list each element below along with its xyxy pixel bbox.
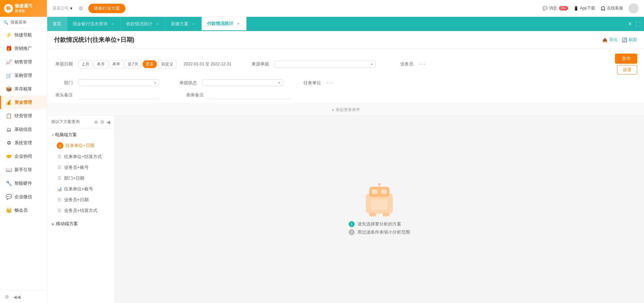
active-indicator: ◎	[57, 142, 63, 149]
dept-select[interactable]: ▾	[78, 79, 159, 86]
scheme-item-partner-date[interactable]: ◎ 往来单位+日期	[47, 140, 114, 151]
staff-selector-btn[interactable]: ···	[419, 61, 426, 68]
page-header-actions: 📤 导出 🔄 刷新	[602, 37, 637, 43]
close-all-tabs-icon[interactable]: ✕	[628, 21, 632, 27]
tab-payment-close[interactable]: ×	[236, 21, 241, 26]
company-dropdown-icon: ▾	[70, 6, 72, 11]
inventory-label: 库存核算	[14, 86, 32, 92]
sidebar-item-cooperation[interactable]: 🤝 企业协同	[0, 150, 47, 163]
online-service-btn[interactable]: 🎧 在线客服	[601, 5, 623, 11]
sidebar-item-basic[interactable]: 🗂 基础信息	[0, 123, 47, 136]
app-logo: 畅 畅捷通巧 标准版	[0, 0, 47, 17]
trial-industry-btn[interactable]: 体验行业方案	[88, 4, 125, 13]
tab-newplan-close[interactable]: ×	[191, 22, 196, 26]
mobile-group-title[interactable]: ▶ 移动端方案	[47, 219, 114, 229]
date-btn-this-year[interactable]: 本年	[109, 60, 123, 68]
tab-receipt[interactable]: 收款情况统计 ×	[121, 17, 166, 31]
app-download-label: App下载	[580, 5, 595, 11]
date-btn-last-month[interactable]: 上月	[78, 60, 92, 68]
search-menu-item[interactable]: 🔍 搜索菜单	[0, 17, 47, 28]
sidebar-item-operations[interactable]: 📋 经营管理	[0, 109, 47, 123]
empty-state: 1 请先选择要分析的方案 2 用过滤条件来缩小分析范围	[115, 116, 644, 303]
export-btn[interactable]: 📤 导出	[602, 37, 618, 43]
date-label: 单据日期	[54, 61, 73, 67]
topbar-settings-icon[interactable]: ⚙	[79, 5, 83, 11]
tab-receipt-close[interactable]: ×	[155, 22, 160, 26]
sidebar-item-purchase[interactable]: 🛒 采购管理	[0, 69, 47, 82]
partner-selector-btn[interactable]: ···	[326, 79, 333, 86]
topbar: 某某公司 ▾ ⚙ 体验行业方案 💬 消息 99+ 📱 App下载 🎧 在线客服	[47, 0, 644, 17]
main-area: 某某公司 ▾ ⚙ 体验行业方案 💬 消息 99+ 📱 App下载 🎧 在线客服 …	[47, 0, 644, 303]
sidebar-item-finance[interactable]: 💰 资金管理	[0, 96, 47, 109]
step-1-text: 请先选择要分析的方案	[357, 221, 401, 227]
pc-group-title[interactable]: ▾ 电脑端方案	[47, 130, 114, 140]
scheme-item-dept-date[interactable]: ☰ 部门+日期	[47, 173, 114, 184]
date-btn-this-month[interactable]: 本月	[94, 60, 108, 68]
header-remark-input[interactable]	[78, 91, 159, 99]
collapse-panel-icon[interactable]: ◀	[107, 119, 110, 125]
search-icon: 🔍	[3, 20, 8, 25]
online-service-label: 在线客服	[607, 5, 623, 11]
sidebar-item-quicknav[interactable]: ⚡ 快捷导航	[0, 28, 47, 42]
tab-cashflow-close[interactable]: ×	[110, 22, 115, 26]
sidebar-item-inventory[interactable]: 📦 库存核算	[0, 82, 47, 96]
company-name: 某某公司	[53, 5, 69, 11]
tabbar: 首页 现金银行流水查询 × 收款情况统计 × 新建方案 × 付款情况统计 × ✕…	[47, 17, 644, 31]
date-btn-more[interactable]: 更多	[143, 60, 157, 68]
system-icon: ⚙	[6, 140, 12, 146]
refresh-btn[interactable]: 🔄 刷新	[622, 37, 637, 43]
member-icon: 👑	[6, 207, 12, 213]
scheme-icon-partner-settle: ☰	[57, 154, 62, 159]
scheme-item-staff-settle[interactable]: ☰ 业务员+结算方式	[47, 205, 114, 216]
sidebar-item-weixin[interactable]: 💬 企业微信	[0, 190, 47, 204]
sidebar-item-hardware[interactable]: 🔧 智能硬件	[0, 177, 47, 190]
scheme-item-staff-account[interactable]: ☰ 业务员+账号	[47, 162, 114, 173]
tab-cashflow[interactable]: 现金银行流水查询 ×	[67, 17, 121, 31]
collapse-btn[interactable]: ∧ 收起更多条件	[331, 107, 360, 113]
company-selector[interactable]: 某某公司 ▾	[53, 5, 72, 11]
tab-newplan[interactable]: 新建方案 ×	[166, 17, 202, 31]
tab-payment[interactable]: 付款情况统计 ×	[202, 17, 246, 31]
filter-row-2: 部门 ▾ 单据状态 ▾ 往来单位 ···	[54, 79, 637, 86]
purchase-icon: 🛒	[6, 72, 12, 79]
header-remark-label: 表头备注	[54, 92, 73, 98]
scheme-settings-icon[interactable]: ⚙	[100, 119, 105, 125]
sidebar-item-guide[interactable]: 📖 新手引导	[0, 163, 47, 177]
basic-label: 基础信息	[14, 126, 32, 132]
status-select[interactable]: ▾	[202, 79, 283, 86]
date-btn-custom[interactable]: 自定义	[158, 60, 176, 68]
scheme-item-staff-date[interactable]: ☰ 业务员+日期	[47, 194, 114, 205]
sidebar-item-member[interactable]: 👑 畅会员	[0, 204, 47, 217]
scheme-item-partner-account[interactable]: 📊 往来单位+账号	[47, 184, 114, 194]
svg-rect-5	[369, 213, 376, 216]
scheme-icon-partner-account: 📊	[57, 186, 62, 192]
body-remark-input[interactable]	[209, 91, 290, 99]
add-scheme-icon[interactable]: ⊕	[94, 119, 98, 125]
source-label: 来源单据	[250, 61, 269, 67]
sidebar-item-system[interactable]: ⚙ 系统管理	[0, 136, 47, 150]
query-btn[interactable]: 查询	[615, 54, 637, 64]
app-download-btn[interactable]: 📱 App下载	[574, 5, 595, 11]
tab-newplan-label: 新建方案	[171, 21, 188, 27]
messages-btn[interactable]: 💬 消息 99+	[543, 5, 568, 11]
messages-label: 消息	[549, 5, 557, 11]
sidebar-item-marketing[interactable]: 🎁 营销推广	[0, 42, 47, 55]
cooperation-icon: 🤝	[6, 153, 12, 159]
tab-cashflow-label: 现金银行流水查询	[72, 21, 108, 27]
marketing-label: 营销推广	[14, 46, 32, 52]
source-select[interactable]: ▾	[274, 61, 376, 68]
settings-btn[interactable]: 设置	[617, 65, 637, 74]
filter-row-1: 单据日期 上月 本月 本年 近7天 更多 自定义 2022-01-01 至 20…	[54, 54, 637, 74]
user-avatar[interactable]	[628, 3, 639, 13]
scheme-item-partner-settle[interactable]: ☰ 往来单位+结算方式	[47, 151, 114, 162]
weixin-label: 企业微信	[14, 194, 32, 200]
tab-home[interactable]: 首页	[47, 17, 67, 31]
message-icon: 💬	[543, 6, 548, 11]
sidebar-item-sales[interactable]: 📈 销售管理	[0, 55, 47, 69]
left-panel-header: 按以下方案查询 ⊕ ⚙ ◀	[47, 116, 114, 128]
collapse-sidebar-icon[interactable]: ◀◀	[13, 294, 21, 300]
date-btn-7days[interactable]: 近7天	[125, 60, 141, 68]
settings-bottom-icon[interactable]: ⚙	[5, 294, 9, 300]
hardware-icon: 🔧	[6, 180, 12, 186]
maximize-icon[interactable]: ⛶	[636, 21, 641, 27]
